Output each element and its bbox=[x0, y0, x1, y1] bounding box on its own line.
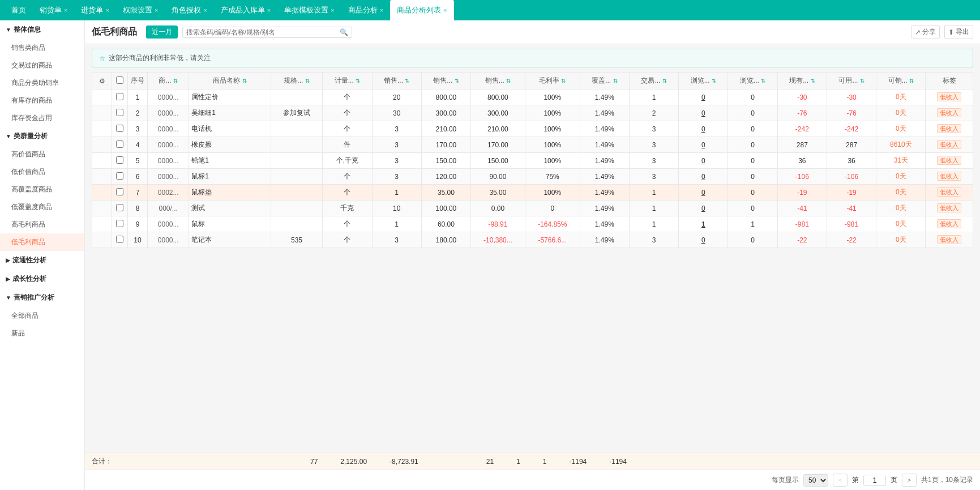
cell-name[interactable]: 电话机 bbox=[189, 121, 271, 137]
cell-name[interactable]: 鼠标1 bbox=[189, 169, 271, 185]
prev-page-button[interactable]: ＜ bbox=[833, 474, 848, 487]
th-sales3[interactable]: 销售... ⇅ bbox=[471, 73, 525, 90]
page-size-select[interactable]: 50 bbox=[803, 474, 828, 487]
nav-close-purchase[interactable]: × bbox=[105, 7, 109, 14]
sort-icon-browse1[interactable]: ⇅ bbox=[712, 78, 716, 84]
row-checkbox[interactable] bbox=[116, 156, 123, 164]
cell-checkbox[interactable] bbox=[112, 232, 128, 248]
row-checkbox[interactable] bbox=[116, 188, 123, 195]
cell-browse1[interactable]: 0 bbox=[679, 121, 728, 137]
cell-browse1[interactable]: 0 bbox=[679, 105, 728, 121]
nav-product-analysis-list[interactable]: 商品分析列表 × bbox=[390, 0, 453, 20]
th-saleable[interactable]: 可销... ⇅ bbox=[876, 73, 926, 90]
sort-icon-name[interactable]: ⇅ bbox=[242, 78, 247, 84]
next-page-button[interactable]: ＞ bbox=[902, 474, 917, 487]
th-name[interactable]: 商品名称 ⇅ bbox=[189, 73, 271, 90]
cell-browse1[interactable]: 0 bbox=[679, 137, 728, 153]
search-icon[interactable]: 🔍 bbox=[340, 28, 348, 36]
sidebar-item-low-coverage[interactable]: 低覆盖度商品 bbox=[0, 198, 84, 216]
cell-browse1[interactable]: 0 bbox=[679, 90, 728, 105]
sort-icon-gross[interactable]: ⇅ bbox=[561, 78, 566, 84]
sidebar-item-high-margin[interactable]: 高毛利商品 bbox=[0, 216, 84, 233]
sort-icon-trade[interactable]: ⇅ bbox=[662, 78, 667, 84]
cell-name[interactable]: 笔记本 bbox=[189, 232, 271, 248]
th-available[interactable]: 可用... ⇅ bbox=[827, 73, 876, 90]
th-sales2[interactable]: 销售... ⇅ bbox=[421, 73, 470, 90]
time-filter-button[interactable]: 近一月 bbox=[146, 25, 178, 39]
cell-checkbox[interactable] bbox=[112, 185, 128, 201]
share-button[interactable]: ↗ 分享 bbox=[911, 25, 940, 39]
row-checkbox[interactable] bbox=[116, 93, 123, 100]
th-spec[interactable]: 规格... ⇅ bbox=[271, 73, 322, 90]
sidebar-item-high-coverage[interactable]: 高覆盖度商品 bbox=[0, 181, 84, 198]
cell-checkbox[interactable] bbox=[112, 201, 128, 216]
sidebar-item-capital-usage[interactable]: 库存资金占用 bbox=[0, 109, 84, 127]
sort-icon-sales2[interactable]: ⇅ bbox=[455, 78, 459, 84]
cell-name[interactable]: 测试 bbox=[189, 201, 271, 216]
sidebar-item-inventory-products[interactable]: 有库存的商品 bbox=[0, 92, 84, 109]
cell-checkbox[interactable] bbox=[112, 105, 128, 121]
cell-name[interactable]: 吴细细1 bbox=[189, 105, 271, 121]
sidebar-item-traded-products[interactable]: 交易过的商品 bbox=[0, 57, 84, 74]
nav-close-permissions[interactable]: × bbox=[155, 7, 158, 14]
cell-name[interactable]: 铅笔1 bbox=[189, 153, 271, 169]
row-checkbox[interactable] bbox=[116, 236, 123, 243]
th-cover[interactable]: 覆盖... ⇅ bbox=[580, 73, 629, 90]
cell-browse1[interactable]: 1 bbox=[679, 216, 728, 232]
nav-purchase-order[interactable]: 进货单 × bbox=[74, 0, 115, 20]
nav-close-template[interactable]: × bbox=[331, 7, 334, 14]
sidebar-group-cluster[interactable]: ▼ 类群量分析 bbox=[0, 127, 84, 146]
th-gross-rate[interactable]: 毛利率 ⇅ bbox=[525, 73, 580, 90]
export-button[interactable]: ⬆ 导出 bbox=[944, 25, 973, 39]
th-current[interactable]: 现有... ⇅ bbox=[777, 73, 827, 90]
sort-icon-browse2[interactable]: ⇅ bbox=[761, 78, 765, 84]
nav-permissions[interactable]: 权限设置 × bbox=[116, 0, 165, 20]
sort-icon-sales1[interactable]: ⇅ bbox=[405, 78, 409, 84]
nav-product-entry[interactable]: 产成品入库单 × bbox=[214, 0, 277, 20]
sort-icon-current[interactable]: ⇅ bbox=[811, 78, 815, 84]
cell-browse1[interactable]: 0 bbox=[679, 169, 728, 185]
page-number-input[interactable] bbox=[863, 475, 886, 486]
cell-checkbox[interactable] bbox=[112, 216, 128, 232]
sidebar-item-low-value[interactable]: 低价值商品 bbox=[0, 163, 84, 181]
th-settings[interactable]: ⚙ bbox=[92, 73, 112, 90]
sidebar-item-category-rate[interactable]: 商品分类助销率 bbox=[0, 74, 84, 92]
nav-close-role[interactable]: × bbox=[203, 7, 207, 14]
cell-name[interactable]: 橡皮擦 bbox=[189, 137, 271, 153]
th-sales1[interactable]: 销售... ⇅ bbox=[372, 73, 421, 90]
sort-icon-unit[interactable]: ⇅ bbox=[356, 78, 360, 84]
sidebar-item-high-value[interactable]: 高价值商品 bbox=[0, 146, 84, 163]
cell-browse1[interactable]: 0 bbox=[679, 153, 728, 169]
row-checkbox[interactable] bbox=[116, 220, 123, 227]
nav-sales-order[interactable]: 销货单 × bbox=[33, 0, 74, 20]
th-trade[interactable]: 交易... ⇅ bbox=[629, 73, 678, 90]
select-all-checkbox[interactable] bbox=[116, 76, 123, 84]
nav-close-product[interactable]: × bbox=[267, 7, 271, 14]
row-checkbox[interactable] bbox=[116, 140, 123, 148]
sidebar-group-marketing[interactable]: ▼ 营销推广分析 bbox=[0, 288, 84, 307]
nav-home[interactable]: 首页 bbox=[5, 0, 33, 20]
cell-browse1[interactable]: 0 bbox=[679, 232, 728, 248]
th-browse1[interactable]: 浏览... ⇅ bbox=[679, 73, 728, 90]
cell-checkbox[interactable] bbox=[112, 137, 128, 153]
sort-icon-sales3[interactable]: ⇅ bbox=[506, 78, 511, 84]
search-input[interactable] bbox=[186, 28, 337, 36]
settings-icon[interactable]: ⚙ bbox=[99, 77, 105, 85]
nav-product-analysis[interactable]: 商品分析 × bbox=[341, 0, 390, 20]
nav-close-sales[interactable]: × bbox=[64, 7, 67, 14]
sort-icon-saleable[interactable]: ⇅ bbox=[909, 78, 914, 84]
th-unit[interactable]: 计量... ⇅ bbox=[323, 73, 372, 90]
sidebar-item-sales-products[interactable]: 销售类商品 bbox=[0, 39, 84, 57]
row-checkbox[interactable] bbox=[116, 172, 123, 180]
row-checkbox[interactable] bbox=[116, 125, 123, 132]
cell-checkbox[interactable] bbox=[112, 90, 128, 105]
cell-name[interactable]: 属性定价 bbox=[189, 90, 271, 105]
th-checkbox[interactable] bbox=[112, 73, 128, 90]
sidebar-item-new-products[interactable]: 新品 bbox=[0, 325, 84, 342]
sidebar-group-overview[interactable]: ▼ 整体信息 bbox=[0, 20, 84, 39]
nav-close-analysis-list[interactable]: × bbox=[443, 7, 447, 14]
th-code[interactable]: 商... ⇅ bbox=[148, 73, 189, 90]
cell-checkbox[interactable] bbox=[112, 169, 128, 185]
sort-icon-spec[interactable]: ⇅ bbox=[305, 78, 310, 84]
sort-icon-cover[interactable]: ⇅ bbox=[613, 78, 618, 84]
